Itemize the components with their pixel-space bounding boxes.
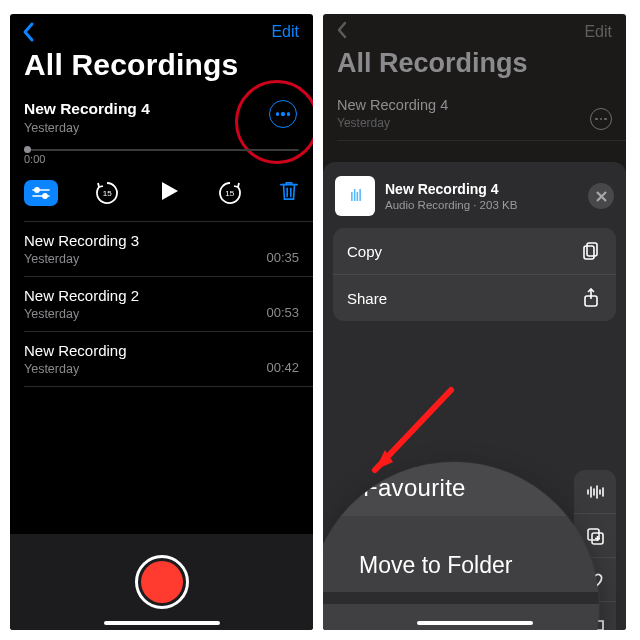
waveform-icon[interactable] bbox=[574, 470, 616, 513]
recording-title: New Recording 2 bbox=[24, 287, 139, 304]
back-button-dimmed bbox=[335, 20, 349, 44]
elapsed-time: 0:00 bbox=[24, 153, 299, 165]
recording-date: Yesterday bbox=[337, 116, 448, 130]
record-toolbar bbox=[10, 534, 313, 630]
recording-title: New Recording 4 bbox=[24, 100, 299, 118]
magnified-favourite[interactable]: Favourite bbox=[363, 474, 466, 502]
share-file-subtitle: Audio Recording · 203 KB bbox=[385, 199, 517, 211]
recording-duration: 00:35 bbox=[266, 250, 299, 265]
recording-date: Yesterday bbox=[24, 362, 127, 376]
svg-line-24 bbox=[375, 390, 451, 470]
recording-date: Yesterday bbox=[24, 307, 139, 321]
playback-settings-button[interactable] bbox=[24, 180, 58, 206]
share-sheet-screen: Edit All Recordings New Recording 4Yeste… bbox=[323, 14, 626, 630]
home-indicator[interactable] bbox=[104, 621, 220, 625]
skip-forward-15-button[interactable]: 15 bbox=[217, 180, 243, 206]
voice-memos-list-screen: Edit All Recordings New Recording 4 Yest… bbox=[10, 14, 313, 630]
copy-action[interactable]: Copy bbox=[333, 228, 616, 274]
skip-back-seconds: 15 bbox=[94, 189, 120, 198]
play-button[interactable] bbox=[157, 179, 181, 207]
skip-back-15-button[interactable]: 15 bbox=[94, 180, 120, 206]
home-indicator[interactable] bbox=[417, 621, 533, 625]
share-icon bbox=[580, 287, 602, 309]
recording-date: Yesterday bbox=[24, 121, 299, 135]
recording-title: New Recording bbox=[24, 342, 127, 359]
share-file-name: New Recording 4 bbox=[385, 181, 517, 197]
recording-duration: 00:53 bbox=[266, 305, 299, 320]
svg-point-2 bbox=[35, 188, 39, 192]
share-action[interactable]: Share bbox=[333, 275, 616, 321]
svg-marker-4 bbox=[162, 182, 178, 200]
back-button[interactable] bbox=[20, 20, 38, 44]
share-label: Share bbox=[347, 290, 387, 307]
skip-fwd-seconds: 15 bbox=[217, 189, 243, 198]
recording-row[interactable]: New Recording 2Yesterday 00:53 bbox=[10, 277, 313, 331]
recording-duration: 00:42 bbox=[266, 360, 299, 375]
share-sheet: ılıl New Recording 4 Audio Recording · 2… bbox=[323, 162, 626, 630]
page-title-dimmed: All Recordings bbox=[323, 48, 626, 89]
svg-rect-10 bbox=[584, 246, 594, 259]
svg-point-3 bbox=[43, 194, 47, 198]
recording-row[interactable]: New Recording 3Yesterday 00:35 bbox=[10, 222, 313, 276]
actions-card: Copy Share bbox=[333, 228, 616, 321]
recording-row[interactable]: New RecordingYesterday 00:42 bbox=[10, 332, 313, 386]
file-thumbnail-icon: ılıl bbox=[335, 176, 375, 216]
delete-button[interactable] bbox=[279, 180, 299, 206]
edit-button[interactable]: Edit bbox=[271, 23, 299, 41]
selected-recording[interactable]: New Recording 4 Yesterday bbox=[10, 94, 313, 145]
recording-date: Yesterday bbox=[24, 252, 139, 266]
more-options-dimmed bbox=[590, 108, 612, 130]
svg-rect-9 bbox=[587, 243, 597, 256]
recording-row-dimmed: New Recording 4Yesterday bbox=[323, 89, 626, 140]
magnified-move-to-folder[interactable]: Move to Folder bbox=[359, 552, 512, 579]
page-title: All Recordings bbox=[10, 48, 313, 94]
more-options-button[interactable] bbox=[269, 100, 297, 128]
annotation-magnifier: Favourite Move to Folder New Quick Note … bbox=[323, 462, 599, 630]
svg-marker-25 bbox=[375, 450, 393, 470]
recording-title: New Recording 4 bbox=[337, 97, 448, 113]
copy-label: Copy bbox=[347, 243, 382, 260]
record-button[interactable] bbox=[135, 555, 189, 609]
edit-button-dimmed: Edit bbox=[584, 23, 612, 41]
playhead-scrubber[interactable]: 0:00 bbox=[10, 145, 313, 165]
recording-title: New Recording 3 bbox=[24, 232, 139, 249]
copy-icon bbox=[580, 240, 602, 262]
close-sheet-button[interactable] bbox=[588, 183, 614, 209]
